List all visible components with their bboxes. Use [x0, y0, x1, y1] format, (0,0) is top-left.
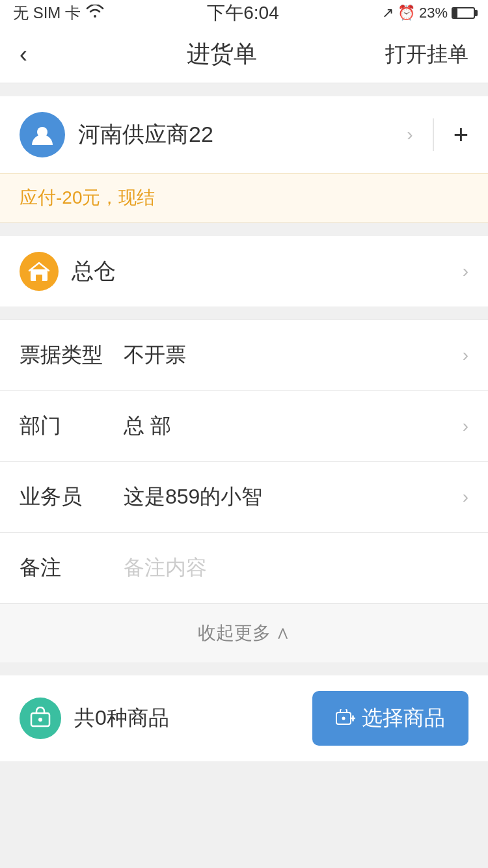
supplier-arrow-icon: › [407, 124, 413, 145]
invoice-type-row[interactable]: 票据类型 不开票 › [0, 319, 488, 390]
wifi-icon [86, 5, 104, 21]
alarm-icon: ⏰ [398, 5, 415, 21]
remark-input[interactable]: 备注内容 [124, 554, 468, 582]
section-gap-4 [0, 662, 488, 675]
section-gap-3 [0, 306, 488, 319]
warehouse-row[interactable]: 总仓 › [0, 236, 488, 306]
product-row: 共0种商品 选择商品 [0, 675, 488, 761]
battery-icon [452, 7, 475, 19]
salesperson-value: 这是859的小智 [124, 483, 463, 511]
supplier-section: 河南供应商22 › + 应付-20元，现结 [0, 96, 488, 223]
remark-row[interactable]: 备注 备注内容 [0, 532, 488, 603]
supplier-name: 河南供应商22 [78, 120, 407, 150]
nav-bar: ‹ 进货单 打开挂单 [0, 26, 488, 83]
section-gap-1 [0, 83, 488, 96]
warehouse-name: 总仓 [72, 256, 463, 286]
page-title: 进货单 [187, 38, 257, 70]
product-icon [20, 698, 61, 739]
warehouse-section: 总仓 › [0, 236, 488, 306]
salesperson-row[interactable]: 业务员 这是859的小智 › [0, 461, 488, 532]
open-pending-button[interactable]: 打开挂单 [385, 40, 468, 69]
supplier-divider [433, 118, 434, 151]
department-row[interactable]: 部门 总 部 › [0, 390, 488, 461]
section-gap-2 [0, 223, 488, 236]
svg-point-4 [38, 718, 42, 722]
status-time: 下午6:04 [207, 1, 279, 25]
carrier-text: 无 SIM 卡 [13, 3, 81, 23]
warehouse-icon [20, 252, 59, 291]
main-content: 河南供应商22 › + 应付-20元，现结 总仓 › 票据类 [0, 83, 488, 868]
form-section: 票据类型 不开票 › 部门 总 部 › 业务员 这是859的小智 › 备注 备注… [0, 319, 488, 662]
status-left: 无 SIM 卡 [13, 3, 104, 23]
salesperson-label: 业务员 [20, 483, 111, 511]
add-supplier-button[interactable]: + [454, 120, 468, 150]
select-product-button[interactable]: 选择商品 [312, 691, 468, 746]
department-arrow-icon: › [463, 416, 468, 437]
supplier-avatar [20, 112, 65, 157]
back-button[interactable]: ‹ [20, 41, 59, 68]
warehouse-arrow-icon: › [463, 261, 468, 282]
svg-rect-2 [36, 275, 42, 281]
collapse-bar[interactable]: 收起更多 ∧ [0, 603, 488, 662]
department-label: 部门 [20, 412, 111, 441]
remark-label: 备注 [20, 554, 111, 582]
select-product-label: 选择商品 [362, 704, 445, 733]
notice-text: 应付-20元，现结 [20, 187, 155, 208]
product-section: 共0种商品 选择商品 [0, 675, 488, 761]
supplier-row[interactable]: 河南供应商22 › + [0, 96, 488, 173]
salesperson-arrow-icon: › [463, 487, 468, 508]
invoice-type-value: 不开票 [124, 341, 463, 370]
product-count: 共0种商品 [74, 704, 312, 733]
collapse-label: 收起更多 ∧ [198, 623, 291, 643]
invoice-type-label: 票据类型 [20, 341, 111, 370]
status-bar: 无 SIM 卡 下午6:04 ↗ ⏰ 23% [0, 0, 488, 26]
battery-percent: 23% [419, 5, 448, 21]
notice-bar: 应付-20元，现结 [0, 173, 488, 223]
svg-point-6 [342, 717, 346, 720]
location-icon: ↗ [382, 5, 394, 21]
status-right: ↗ ⏰ 23% [382, 5, 475, 21]
invoice-type-arrow-icon: › [463, 345, 468, 366]
department-value: 总 部 [124, 412, 463, 441]
